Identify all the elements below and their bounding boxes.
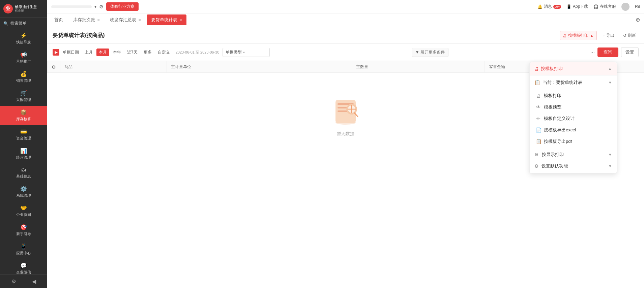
- settings-btn[interactable]: 设置: [621, 47, 639, 57]
- dropdown-section: 📋 当前：要货单统计表 ▼ 🖨 模板打印 👁 模板预览: [530, 75, 617, 173]
- basic-icon: 🗂: [21, 167, 26, 173]
- dropdown-close-area[interactable]: ▲: [608, 66, 612, 71]
- messages-btn[interactable]: 🔔 消息 99+: [537, 4, 561, 9]
- sidebar-item-guide[interactable]: 🎯 新手引导: [0, 221, 47, 240]
- cooperation-icon: 🤝: [20, 205, 27, 211]
- app-download-btn[interactable]: 📱 App下载: [566, 4, 588, 9]
- search-menu[interactable]: 🔍 搜索菜单: [0, 18, 47, 29]
- refresh-btn[interactable]: ↺ 刷新: [620, 31, 639, 40]
- more-date-btn[interactable]: 更多: [141, 49, 154, 56]
- tab-receipt-summary[interactable]: 收发存汇总表 ✕: [106, 14, 145, 25]
- guide-icon: 🎯: [20, 224, 27, 230]
- template-excel-item[interactable]: 📄 按模板导出excel: [530, 124, 617, 136]
- quick-nav-icon: ⚡: [20, 32, 27, 39]
- user-avatar[interactable]: [621, 3, 630, 11]
- custom-date-btn[interactable]: 自定义: [155, 49, 172, 56]
- page-actions: 🖨 按模板打印 ▲ ↑ 导出 ↺ 刷新: [560, 31, 639, 40]
- product-col-header: 商品: [60, 61, 167, 73]
- sidebar-nav: ⚡ 快捷导航 📢 营销推广 💰 销售管理 🛒 采购管理 📦 库存核算 💳 资金管…: [0, 29, 47, 275]
- collapse-icon[interactable]: ◀: [32, 278, 36, 285]
- logo-icon: 业: [3, 4, 13, 13]
- print-dropdown-menu: 🖨 按模板打印 ▲ 📋 当前：要货单统计表 ▼: [529, 62, 617, 173]
- display-print-item[interactable]: 🖥 按显示打印 ▼: [530, 149, 617, 160]
- page-header: 要货单统计表(按商品) 🖨 按模板打印 ▲ ↑ 导出 ↺ 刷新: [47, 26, 644, 44]
- sidebar-item-cooperation[interactable]: 🤝 企业协同: [0, 201, 47, 221]
- headset-icon: 🎧: [593, 4, 598, 9]
- table-settings-col[interactable]: ⚙: [48, 61, 60, 73]
- sidebar-item-sales[interactable]: 💰 销售管理: [0, 67, 47, 87]
- sidebar-item-wechat[interactable]: 💬 企业微信: [0, 259, 47, 275]
- sidebar-item-apps[interactable]: 📱 应用中心: [0, 240, 47, 259]
- tab-home[interactable]: 首页: [50, 14, 67, 25]
- inventory-icon: 📦: [20, 109, 27, 116]
- table-settings-icon[interactable]: ⚙: [52, 64, 56, 70]
- page-content: 要货单统计表(按商品) 🖨 按模板打印 ▲ ↑ 导出 ↺ 刷新: [47, 26, 644, 288]
- empty-illustration: [329, 93, 362, 127]
- current-template-item[interactable]: 📋 当前：要货单统计表 ▼: [530, 77, 617, 88]
- tab-close-inventory-batch[interactable]: ✕: [97, 18, 100, 22]
- sidebar-item-inventory[interactable]: 📦 库存核算: [0, 106, 47, 125]
- tab-expand-btn[interactable]: ⊕: [634, 15, 641, 24]
- sidebar-item-purchase[interactable]: 🛒 采购管理: [0, 87, 47, 106]
- sales-icon: 💰: [20, 71, 27, 77]
- tab-order-stats[interactable]: 要货单统计表 ✕: [147, 14, 186, 25]
- template-custom-icon: ✏: [536, 116, 541, 121]
- online-service-btn[interactable]: 🎧 在线客服: [593, 4, 616, 9]
- tab-close-order-stats[interactable]: ✕: [179, 18, 182, 22]
- marketing-icon: 📢: [20, 52, 27, 58]
- sidebar-item-system[interactable]: ⚙️ 系统管理: [0, 182, 47, 201]
- this-year-btn[interactable]: 本年: [111, 49, 123, 56]
- order-stats-label: 要货单统计表: [151, 17, 177, 23]
- more-options-btn[interactable]: ···: [590, 49, 595, 55]
- prev-month-btn[interactable]: 上月: [82, 49, 95, 56]
- date-filter-label: 单据日期: [63, 50, 79, 55]
- last7-btn[interactable]: 近7天: [125, 49, 140, 56]
- template-preview-item[interactable]: 👁 模板预览: [530, 101, 617, 113]
- export-btn[interactable]: ↑ 导出: [600, 31, 617, 40]
- settings-icon[interactable]: ⚙: [11, 278, 16, 285]
- unit-col-header: 主计量单位: [167, 61, 352, 73]
- date-range-display: 2023-06-01 至 2023-06-30: [176, 50, 219, 55]
- purchase-icon: 🛒: [20, 90, 27, 96]
- tabs-bar: 首页 库存批次账 ✕ 收发存汇总表 ✕ 要货单统计表 ✕ ⊕: [47, 13, 644, 26]
- expand-more-conditions-btn[interactable]: ▼ 展开更多条件: [412, 48, 449, 57]
- filter-bar: ▶ 单据日期 上月 本月 本年 近7天 更多 自定义 2023-06-01 至 …: [47, 44, 644, 61]
- template-preview-icon: 👁: [536, 104, 541, 110]
- main-content: ▾ ⚙ 体验行业方案 🔔 消息 99+ 📱 App下载 🎧 在线客服 Rit: [47, 0, 644, 288]
- tab-close-receipt-summary[interactable]: ✕: [138, 18, 141, 22]
- default-func-item[interactable]: ⚙ 设置默认功能 ▼: [530, 160, 617, 172]
- logo-text: 畅康通好生意 标准版: [15, 4, 37, 13]
- apps-icon: 📱: [20, 243, 27, 250]
- sidebar-item-quick-nav[interactable]: ⚡ 快捷导航: [0, 29, 47, 48]
- finance-icon: 💳: [20, 128, 27, 135]
- sidebar-item-finance[interactable]: 💳 资金管理: [0, 125, 47, 144]
- experience-btn[interactable]: 体验行业方案: [106, 2, 139, 11]
- template-pdf-item[interactable]: 📋 按模板导出pdf: [530, 136, 617, 147]
- tab-inventory-batch[interactable]: 库存批次账 ✕: [69, 14, 104, 25]
- sidebar: 业 畅康通好生意 标准版 🔍 搜索菜单 ⚡ 快捷导航 📢 营销推广 💰 销售管理…: [0, 0, 47, 288]
- type-filter-select[interactable]: 单据类型 ▾: [223, 48, 270, 57]
- sidebar-item-marketing[interactable]: 📢 营销推广: [0, 48, 47, 67]
- system-icon: ⚙️: [20, 186, 27, 192]
- chevron-up-dropdown-icon: ▲: [608, 66, 612, 71]
- select-chevron-icon: ▾: [243, 51, 245, 54]
- sidebar-item-basic[interactable]: 🗂 基础信息: [0, 163, 47, 182]
- query-btn[interactable]: 查询: [597, 47, 618, 57]
- template-custom-item[interactable]: ✏ 模板自定义设计: [530, 113, 617, 124]
- default-expand-icon: ▼: [608, 164, 612, 168]
- print-template-btn[interactable]: 🖨 按模板打印 ▲: [560, 31, 597, 40]
- username-label: Rit: [635, 4, 640, 9]
- search-icon: 🔍: [3, 21, 8, 26]
- template-excel-icon: 📄: [536, 127, 541, 133]
- dropdown-header: 🖨 按模板打印 ▲: [530, 62, 617, 75]
- top-search-input[interactable]: [51, 5, 92, 8]
- search-chevron-icon[interactable]: ▾: [94, 4, 96, 9]
- quantity-col-header: 主数量: [352, 61, 485, 73]
- topbar-settings-icon[interactable]: ⚙: [99, 4, 104, 9]
- wechat-icon: 💬: [20, 262, 27, 269]
- this-month-btn[interactable]: 本月: [96, 49, 109, 56]
- sidebar-item-operation[interactable]: 📊 经营管理: [0, 144, 47, 163]
- topbar-right: 🔔 消息 99+ 📱 App下载 🎧 在线客服 Rit: [537, 3, 640, 11]
- filter-expand-icon[interactable]: ▶: [53, 49, 59, 56]
- template-print-item[interactable]: 🖨 模板打印: [530, 90, 617, 101]
